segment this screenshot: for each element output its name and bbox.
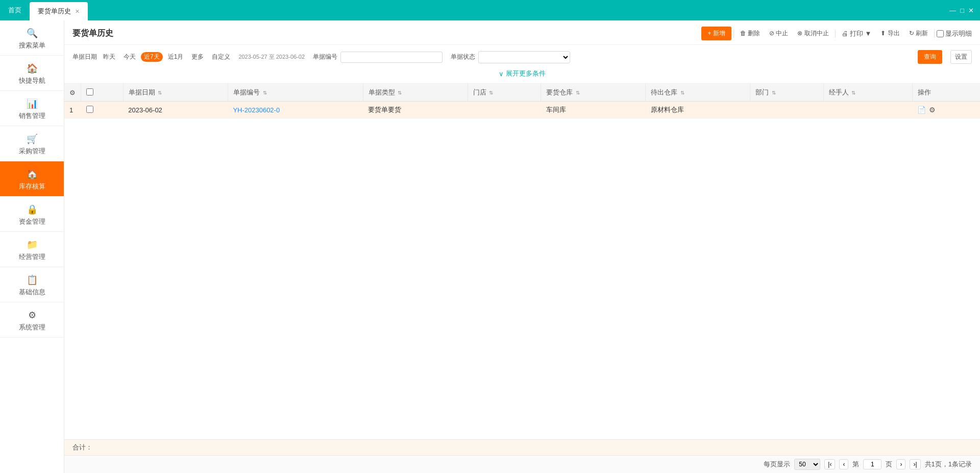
- operations-icon: 📁: [27, 239, 38, 250]
- sort-store-icon: ⇅: [489, 90, 493, 96]
- th-store: 门店 ⇅: [468, 84, 541, 102]
- inventory-icon: 🏠: [27, 169, 38, 180]
- page-size-select[interactable]: 50 10 20 100: [794, 459, 820, 470]
- select-all-checkbox[interactable]: [86, 88, 93, 96]
- th-action: 操作: [912, 84, 980, 102]
- sort-date-icon: ⇅: [158, 90, 162, 96]
- td-wait-warehouse: 原材料仓库: [646, 102, 750, 119]
- sidebar-item-system-label: 系统管理: [19, 323, 45, 332]
- doc-number-label: 单据编号: [313, 53, 337, 61]
- footer-total: 合计：: [64, 440, 980, 456]
- sidebar-item-inventory[interactable]: 🏠 库存核算: [0, 161, 64, 197]
- date-opt-yesterday[interactable]: 昨天: [100, 52, 118, 62]
- first-page-button[interactable]: |‹: [824, 459, 835, 469]
- footer: 合计： 每页显示 50 10 20 100 |‹ ‹ 第 页 › ›| 共1页，…: [64, 439, 980, 473]
- maximize-icon[interactable]: □: [960, 7, 964, 14]
- divider-1: [733, 30, 734, 38]
- sidebar-item-purchase[interactable]: 🛒 采购管理: [0, 126, 64, 161]
- td-handler: [823, 102, 912, 119]
- sidebar-item-quick-nav[interactable]: 🏠 快捷导航: [0, 56, 64, 91]
- tab-order-history-label: 要货单历史: [38, 7, 71, 16]
- sidebar-item-basicinfo[interactable]: 📋 基础信息: [0, 267, 64, 302]
- query-button[interactable]: 查询: [918, 50, 942, 64]
- row-checkbox[interactable]: [86, 106, 93, 113]
- next-page-button[interactable]: ›: [896, 459, 905, 469]
- minimize-icon[interactable]: —: [949, 7, 956, 14]
- toolbar: + 新增 🗑 删除 ⊘ 中止 ⊗ 取消中止 🖨 打印 ▼ ⬆ 导出 ↻ 刷新 显…: [701, 27, 972, 40]
- date-opt-custom[interactable]: 自定义: [209, 52, 233, 62]
- th-date: 单据日期 ⇅: [123, 84, 228, 102]
- table-header-row: ⚙ 单据日期 ⇅ 单据编号 ⇅: [64, 84, 980, 102]
- show-detail-checkbox[interactable]: [937, 30, 944, 37]
- status-select[interactable]: [478, 51, 570, 63]
- tab-home[interactable]: 首页: [0, 0, 30, 20]
- quick-nav-icon: 🏠: [27, 63, 38, 74]
- th-type: 单据类型 ⇅: [363, 84, 468, 102]
- sidebar-item-finance[interactable]: 🔒 资金管理: [0, 197, 64, 232]
- new-button[interactable]: + 新增: [701, 27, 731, 40]
- sidebar-item-quicknav-label: 快捷导航: [19, 76, 45, 85]
- show-detail-checkbox-label[interactable]: 显示明细: [937, 29, 972, 38]
- doc-number-link[interactable]: YH-20230602-0: [233, 106, 280, 114]
- finance-icon: 🔒: [27, 204, 38, 215]
- th-number: 单据编号 ⇅: [228, 84, 363, 102]
- sidebar-item-sales[interactable]: 📊 销售管理: [0, 91, 64, 126]
- date-label: 单据日期: [72, 53, 97, 61]
- page-number-input[interactable]: [863, 459, 881, 469]
- filter-row-1: 单据日期 昨天 今天 近7天 近1月 更多 自定义 2023-05-27 至 2…: [72, 50, 972, 64]
- date-opt-today[interactable]: 今天: [120, 52, 139, 62]
- refresh-button[interactable]: ↻ 刷新: [905, 27, 932, 40]
- print-dropdown-icon: ▼: [865, 30, 871, 37]
- th-checkbox: [81, 84, 124, 102]
- date-opt-7days[interactable]: 近7天: [141, 52, 163, 62]
- tab-home-label: 首页: [8, 6, 21, 15]
- prev-page-button[interactable]: ‹: [839, 459, 848, 469]
- orders-table: ⚙ 单据日期 ⇅ 单据编号 ⇅: [64, 84, 980, 119]
- stop-button[interactable]: ⊘ 中止: [765, 27, 792, 40]
- delete-button[interactable]: 🗑 删除: [736, 27, 764, 40]
- date-options: 昨天 今天 近7天 近1月 更多 自定义: [100, 52, 233, 62]
- td-index: 1: [64, 102, 81, 119]
- doc-number-filter: 单据编号: [313, 52, 443, 63]
- sort-dept-icon: ⇅: [772, 90, 776, 96]
- sidebar-item-sales-label: 销售管理: [19, 111, 45, 121]
- export-button[interactable]: ⬆ 导出: [876, 27, 903, 40]
- sidebar-item-search-menu[interactable]: 🔍 搜索菜单: [0, 20, 64, 56]
- cancel-stop-button[interactable]: ⊗ 取消中止: [793, 27, 832, 40]
- settings-button[interactable]: 设置: [950, 50, 972, 64]
- last-page-button[interactable]: ›|: [910, 459, 920, 469]
- date-opt-more[interactable]: 更多: [188, 52, 207, 62]
- th-handler: 经手人 ⇅: [823, 84, 912, 102]
- content-area: 要货单历史 + 新增 🗑 删除 ⊘ 中止 ⊗ 取消中止 🖨 打印 ▼ ⬆ 导出 …: [64, 20, 980, 473]
- td-dept: [750, 102, 824, 119]
- view-action-icon[interactable]: 📄: [917, 106, 926, 114]
- tab-bar: 首页 要货单历史 ✕: [0, 0, 949, 20]
- edit-action-icon[interactable]: ⚙: [929, 106, 936, 114]
- sort-type-icon: ⇅: [398, 90, 402, 96]
- td-action: 📄 ⚙: [912, 102, 980, 119]
- close-icon[interactable]: ✕: [968, 7, 974, 14]
- tab-close-icon[interactable]: ✕: [75, 8, 80, 15]
- td-number: YH-20230602-0: [228, 102, 363, 119]
- sidebar: 🔍 搜索菜单 🏠 快捷导航 📊 销售管理 🛒 采购管理 🏠 库存核算 🔒 资金管…: [0, 20, 64, 473]
- system-icon: ⚙: [28, 310, 36, 321]
- sales-icon: 📊: [27, 98, 38, 109]
- td-store: [468, 102, 541, 119]
- status-filter: 单据状态: [451, 51, 570, 63]
- page-unit: 页: [886, 460, 892, 469]
- tab-order-history[interactable]: 要货单历史 ✕: [30, 2, 88, 20]
- page-title: 要货单历史: [72, 28, 113, 39]
- date-range-display: 2023-05-27 至 2023-06-02: [238, 53, 305, 61]
- sidebar-item-system[interactable]: ⚙ 系统管理: [0, 302, 64, 338]
- print-button[interactable]: 🖨 打印 ▼: [838, 27, 876, 40]
- filter-area: 单据日期 昨天 今天 近7天 近1月 更多 自定义 2023-05-27 至 2…: [64, 45, 980, 84]
- th-settings[interactable]: ⚙: [64, 84, 81, 102]
- sidebar-item-operations[interactable]: 📁 经营管理: [0, 232, 64, 267]
- pagination: 每页显示 50 10 20 100 |‹ ‹ 第 页 › ›| 共1页，1条记录: [64, 456, 980, 473]
- expand-more[interactable]: ∨ 展开更多条件: [72, 67, 972, 80]
- th-dept: 部门 ⇅: [750, 84, 824, 102]
- td-req-warehouse: 车间库: [541, 102, 646, 119]
- date-opt-1month[interactable]: 近1月: [165, 52, 187, 62]
- doc-number-input[interactable]: [340, 52, 443, 63]
- td-date: 2023-06-02: [123, 102, 228, 119]
